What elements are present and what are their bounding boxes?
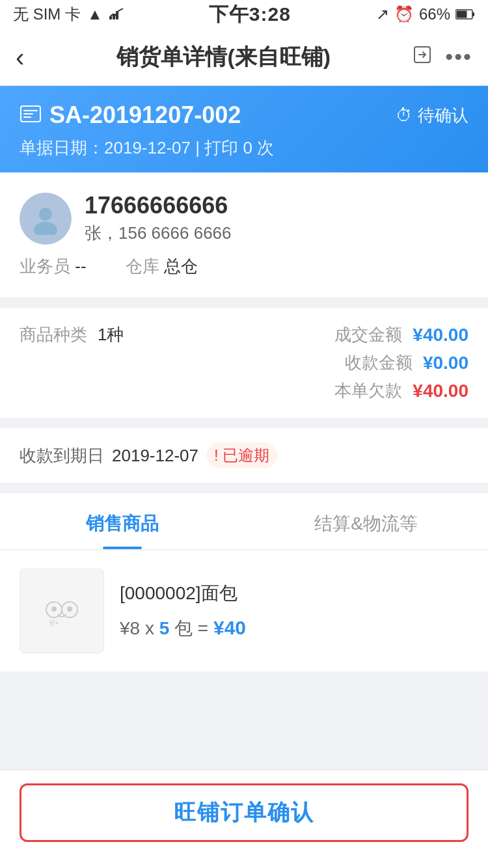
order-status: ⏱ 待确认 [396, 104, 468, 127]
product-thumbnail: 管+ [20, 569, 104, 653]
nav-actions: ••• [413, 44, 472, 70]
received-amount-row: 收款金额 ¥0.00 [345, 351, 468, 374]
battery-icon [455, 5, 475, 23]
order-date: 单据日期：2019-12-07 | 打印 0 次 [20, 137, 468, 159]
balance-amount-row: 本单欠款 ¥40.00 [334, 379, 468, 402]
amounts-column: 成交金额 ¥40.00 收款金额 ¥0.00 本单欠款 ¥40.00 [334, 323, 468, 402]
signal-icon [109, 5, 124, 23]
summary-row: 商品种类 1种 成交金额 ¥40.00 收款金额 ¥0.00 本单欠款 ¥40.… [20, 323, 468, 402]
salesperson-label: 业务员 [20, 256, 75, 276]
avatar [20, 193, 72, 245]
product-price: ¥8 [120, 618, 140, 638]
order-id-text: SA-20191207-002 [49, 102, 241, 129]
due-date-value: 2019-12-07 [112, 446, 198, 466]
more-icon[interactable]: ••• [445, 44, 472, 70]
summary-section: 商品种类 1种 成交金额 ¥40.00 收款金额 ¥0.00 本单欠款 ¥40.… [0, 308, 488, 418]
location-icon: ↗ [376, 5, 389, 23]
balance-amount: ¥40.00 [413, 381, 468, 401]
confirm-order-button[interactable]: 旺铺订单确认 [20, 783, 468, 842]
status-time: 下午3:28 [209, 1, 291, 28]
overdue-badge: ! 已逾期 [206, 442, 277, 468]
warehouse-field: 仓库 总仓 [126, 255, 198, 278]
due-label: 收款到期日 [20, 444, 104, 467]
table-row: 管+ [0000002]面包 ¥8 x 5 包 = ¥40 [0, 550, 488, 671]
status-left: 无 SIM 卡 ▲ [13, 4, 124, 25]
customer-meta: 业务员 -- 仓库 总仓 [20, 255, 468, 278]
svg-rect-0 [109, 16, 112, 20]
equals-sign: = [198, 618, 213, 638]
svg-rect-2 [116, 11, 118, 20]
overdue-icon: ! [214, 446, 219, 465]
tab-products[interactable]: 销售商品 [0, 493, 244, 549]
product-type-label: 商品种类 [20, 323, 87, 346]
alarm-icon: ⏰ [394, 5, 414, 23]
svg-text:管+: 管+ [49, 619, 59, 627]
transaction-amount-row: 成交金额 ¥40.00 [334, 323, 468, 346]
product-type-field: 商品种类 1种 [20, 323, 124, 346]
carrier-label: 无 SIM 卡 [13, 4, 81, 25]
product-name: [0000002]面包 [120, 581, 468, 606]
salesperson-value: -- [75, 256, 86, 276]
order-header: SA-20191207-002 ⏱ 待确认 单据日期：2019-12-07 | … [0, 86, 488, 172]
nav-bar: ‹ 销货单详情(来自旺铺) ••• [0, 29, 488, 86]
svg-rect-5 [457, 11, 467, 18]
received-label: 收款金额 [345, 351, 413, 374]
tab-settlement[interactable]: 结算&物流等 [244, 493, 488, 549]
page-title: 销货单详情(来自旺铺) [34, 42, 413, 72]
tab-settlement-label: 结算&物流等 [314, 513, 418, 534]
svg-point-8 [39, 208, 52, 221]
product-type-count: 1种 [98, 323, 124, 346]
back-button[interactable]: ‹ [16, 44, 24, 70]
warehouse-value: 总仓 [164, 256, 198, 276]
bottom-bar: 旺铺订单确认 [0, 770, 488, 868]
clock-icon: ⏱ [396, 105, 413, 126]
salesperson-field: 业务员 -- [20, 255, 87, 278]
status-text: 待确认 [418, 104, 468, 127]
tabs-section: 销售商品 结算&物流等 [0, 493, 488, 550]
confirm-order-label: 旺铺订单确认 [174, 798, 314, 828]
customer-section: 17666666666 张，156 6666 6666 业务员 -- 仓库 总仓 [0, 172, 488, 297]
customer-phone: 17666666666 [85, 192, 232, 219]
share-icon[interactable] [413, 45, 432, 69]
order-id-row: SA-20191207-002 ⏱ 待确认 [20, 102, 468, 129]
product-info: [0000002]面包 ¥8 x 5 包 = ¥40 [120, 581, 468, 641]
svg-point-9 [34, 222, 57, 235]
product-price-row: ¥8 x 5 包 = ¥40 [120, 616, 468, 641]
transaction-amount: ¥40.00 [413, 325, 468, 346]
customer-info: 17666666666 张，156 6666 6666 [85, 192, 232, 245]
balance-label: 本单欠款 [334, 379, 402, 402]
customer-row: 17666666666 张，156 6666 6666 [20, 192, 468, 245]
wifi-icon: ▲ [87, 5, 103, 23]
received-amount: ¥0.00 [423, 353, 468, 373]
transaction-label: 成交金额 [334, 323, 402, 346]
svg-point-12 [51, 606, 57, 612]
product-quantity: 5 [159, 618, 170, 638]
product-list: 管+ [0000002]面包 ¥8 x 5 包 = ¥40 [0, 550, 488, 671]
svg-point-13 [67, 606, 72, 612]
customer-sub: 张，156 6666 6666 [85, 222, 232, 245]
overdue-text: 已逾期 [223, 445, 269, 466]
battery-label: 66% [419, 5, 450, 23]
warehouse-label: 仓库 [126, 256, 164, 276]
due-section: 收款到期日 2019-12-07 ! 已逾期 [0, 428, 488, 483]
order-id: SA-20191207-002 [20, 102, 241, 129]
tab-products-label: 销售商品 [86, 513, 159, 534]
svg-rect-4 [472, 12, 474, 16]
order-icon [20, 102, 42, 129]
status-bar: 无 SIM 卡 ▲ 下午3:28 ↗ ⏰ 66% [0, 0, 488, 29]
multiply-sign: x [145, 618, 159, 638]
product-unit: 包 [174, 618, 193, 638]
product-total: ¥40 [213, 617, 246, 638]
status-right: ↗ ⏰ 66% [376, 5, 475, 23]
tabs-row: 销售商品 结算&物流等 [0, 493, 488, 550]
svg-rect-1 [113, 14, 115, 20]
